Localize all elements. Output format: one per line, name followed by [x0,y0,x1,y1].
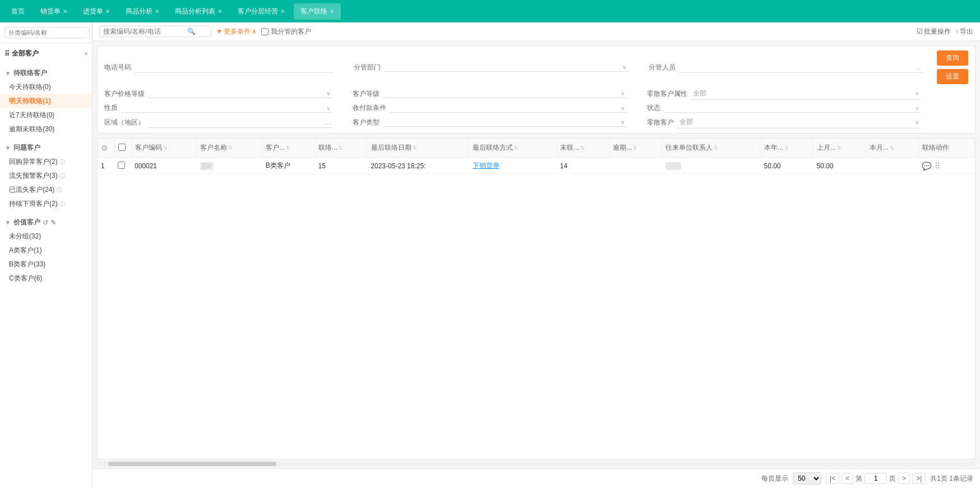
triangle-icon: ▼ [4,70,11,77]
sort-code-icon[interactable]: ⇅ [163,145,168,151]
sort-method-icon[interactable]: ⇅ [514,145,519,151]
refresh-icon[interactable]: ↺ [43,219,48,227]
retail-attr-select[interactable]: 全部 ∨ [691,88,921,100]
sort-person-icon[interactable]: ⇅ [714,145,718,151]
sidebar-item-overdue[interactable]: 逾期未联络(30) [0,122,92,136]
row-contact-person [662,158,761,174]
page-number-input[interactable] [865,473,887,484]
col-header-last-method: 最后联络方式 ⇅ [469,139,557,158]
phone-label: 电话号码 [104,63,131,72]
col-header-code: 客户编码 ⇅ [131,139,197,158]
customer-grade-select[interactable]: ∨ [383,89,627,98]
nav-close-segment[interactable]: ✕ [280,8,285,15]
customer-table: ⚙ 客户编码 ⇅ 客户名称 [97,138,976,459]
next-page-btn[interactable]: > [898,473,910,484]
price-grade-select[interactable]: ∨ [148,89,332,98]
contact-action-icon[interactable]: 💬 [922,162,931,171]
nav-product-analysis[interactable]: 商品分析 ✕ [119,3,166,20]
batch-ops-btn[interactable]: ☑ 批量操作 [917,27,951,36]
first-page-btn[interactable]: |< [826,473,839,484]
info-icon2: ⓘ [59,173,65,179]
table-settings-icon[interactable]: ⚙ [101,144,108,153]
sort-date-icon[interactable]: ⇅ [413,145,417,151]
nav-close-purchase[interactable]: ✕ [105,8,110,15]
sidebar-item-repurchase-abnormal[interactable]: 回购异常客户(2) ⓘ [0,155,92,169]
status-select[interactable]: ∨ [664,104,921,113]
scrollbar-thumb[interactable] [108,462,276,466]
nav-close-product-list[interactable]: ✕ [218,8,222,15]
prev-page-btn[interactable]: < [842,473,853,484]
sort-this-month-icon[interactable]: ⇅ [890,145,894,151]
nav-customer-segment[interactable]: 客户分层经营 ✕ [231,3,292,20]
sort-unlinked-icon[interactable]: ⇅ [580,145,585,151]
sort-overdue-icon[interactable]: ⇅ [633,145,637,151]
sort-year-icon[interactable]: ⇅ [784,145,789,151]
sidebar-item-class-a[interactable]: A类客户(1) [0,243,92,257]
sort-type-icon[interactable]: ⇅ [286,145,290,151]
col-header-overdue: 逾期... ⇅ [609,139,662,158]
nav-customer-contact[interactable]: 客户联络 ✕ [294,3,341,20]
payment-select[interactable]: ∨ [390,104,627,113]
pending-contact-group: ▼ 待联络客户 今天待联络(0) 明天待联络(1) 近7天待联络(0) 逾期未联… [0,64,92,139]
sidebar-item-7days[interactable]: 近7天待联络(0) [0,108,92,122]
pending-contact-group-label[interactable]: ▼ 待联络客户 [0,66,92,80]
nav-home[interactable]: 首页 [4,3,31,20]
phone-input[interactable] [135,62,334,73]
sidebar-item-today[interactable]: 今天待联络(0) [0,80,92,94]
problem-customers-label[interactable]: ▼ 问题客户 [0,141,92,155]
nav-close-sales-order[interactable]: ✕ [63,8,67,15]
manager-select[interactable]: ... [679,62,923,73]
my-customers-filter[interactable]: 我分管的客户 [261,27,311,36]
nav-product-list[interactable]: 商品分析列表 ✕ [168,3,229,20]
row-checkbox[interactable] [118,162,125,169]
sidebar-item-declining[interactable]: 持续下滑客户(2) ⓘ [0,197,92,211]
edit-icon[interactable]: ✎ [50,219,56,227]
filter-payment: 收付款条件 ∨ [353,103,627,113]
info-icon: ⓘ [59,159,65,165]
sidebar-item-tomorrow[interactable]: 明天待联络(1) [0,94,92,108]
horizontal-scrollbar[interactable] [97,462,976,466]
payment-label: 收付款条件 [353,103,386,113]
grid-icon: ⠿ [4,50,10,58]
more-action-icon[interactable]: ⠿ [935,162,940,171]
status-chevron-icon: ∨ [915,105,919,111]
sidebar-item-class-c[interactable]: C类客户(6) [0,271,92,286]
more-conditions-btn[interactable]: ▼ 更多条件 ∧ [216,27,257,36]
retail-customer-select[interactable]: 全部 ∨ [677,116,921,128]
select-all-checkbox[interactable] [118,144,126,151]
nav-purchase-order[interactable]: 进货单 ✕ [76,3,117,20]
col-header-this-year: 本年... ⇅ [761,139,813,158]
sort-name-icon[interactable]: ⇅ [228,145,233,151]
sort-last-month-icon[interactable]: ⇅ [837,145,842,151]
nav-close-contact[interactable]: ✕ [330,8,334,15]
export-btn[interactable]: ↑ 导出 [955,27,973,36]
nav-close-product-analysis[interactable]: ✕ [155,8,159,15]
toolbar: 🔍 ▼ 更多条件 ∧ 我分管的客户 ☑ 批量操作 ↑ 导出 [93,22,980,41]
per-page-select[interactable]: 50 100 200 [793,472,821,485]
sidebar-item-ungrouped[interactable]: 未分组(32) [0,229,92,243]
collapse-icon[interactable]: « [84,50,87,57]
search-input[interactable] [103,27,187,35]
last-page-btn[interactable]: >| [912,473,926,484]
sort-contact-icon[interactable]: ⇅ [339,145,343,151]
sidebar-item-churned[interactable]: 已流失客户(24) ⓘ [0,183,92,197]
sidebar-search-input[interactable] [4,27,90,38]
page-suffix: 页 [889,474,896,484]
nav-sales-order[interactable]: 销货单 ✕ [34,3,74,20]
my-customers-checkbox[interactable] [261,28,269,35]
dept-select[interactable]: ∨ [384,63,628,72]
search-button-icon[interactable]: 🔍 [187,27,196,35]
dept-chevron-icon: ∨ [622,64,626,70]
payment-chevron-icon: ∨ [621,105,625,111]
region-label: 区域（地区） [104,118,145,127]
all-customers-header[interactable]: ⠿ 全部客户 « [0,45,92,62]
sidebar-item-class-b[interactable]: B类客户(33) [0,257,92,271]
sidebar-item-churn-warning[interactable]: 流失预警客户(3) ⓘ [0,169,92,183]
settings-button[interactable]: 设置 [937,69,968,84]
customer-type-select[interactable]: ∨ [383,118,627,127]
nature-select[interactable]: ∨ [121,104,332,113]
value-customers-label[interactable]: ▼ 价值客户 ↺ ✎ [0,215,92,229]
search-box[interactable]: 🔍 [99,26,211,37]
query-button[interactable]: 查询 [937,50,968,66]
region-select[interactable]: ... [148,117,332,128]
